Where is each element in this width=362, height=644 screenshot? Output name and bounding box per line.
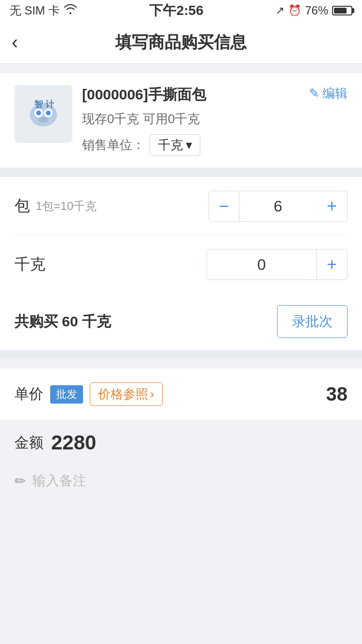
amount-section: 金额 2280 ✏ 输入备注	[0, 420, 362, 498]
pack-stepper: − +	[209, 191, 348, 222]
pack-decrement-button[interactable]: −	[209, 191, 239, 222]
page-title: 填写商品购买信息	[115, 31, 247, 54]
kg-label: 千克	[14, 254, 45, 275]
unit-label: 销售单位：	[82, 137, 145, 154]
separator-1	[0, 168, 362, 177]
price-label: 单价	[14, 384, 43, 404]
amount-label: 金额	[14, 433, 43, 453]
empty-space	[0, 498, 362, 644]
remark-row[interactable]: ✏ 输入备注	[14, 464, 348, 498]
alarm-icon: ⏰	[288, 4, 301, 17]
price-section: 单价 批发 价格参照 › 38	[0, 369, 362, 420]
battery-percent: 76%	[305, 4, 328, 17]
svg-text:智: 智	[34, 99, 43, 109]
separator-2	[0, 350, 362, 359]
amount-value: 2280	[51, 431, 96, 454]
pack-increment-button[interactable]: +	[317, 191, 348, 222]
product-card: 智 计 [0000006]手撕面包 ✎ 编辑 现存0千克 可用0千克 销售单位：…	[0, 73, 362, 168]
price-row: 单价 批发 价格参照 › 38	[14, 382, 348, 406]
kg-input-row: 千克 +	[14, 236, 348, 294]
product-stock: 现存0千克 可用0千克	[82, 111, 348, 127]
edit-button[interactable]: ✎ 编辑	[309, 85, 348, 102]
svg-point-3	[36, 111, 41, 115]
product-thumbnail: 智 计	[14, 85, 72, 143]
back-button[interactable]: ‹	[12, 31, 18, 53]
edit-icon: ✎	[309, 86, 320, 101]
product-unit-row: 销售单位： 千克 ▾	[82, 134, 348, 156]
status-left: 无 SIM 卡	[10, 3, 77, 18]
total-unit: 千克	[82, 313, 111, 329]
svg-point-4	[46, 111, 51, 115]
svg-point-5	[39, 117, 48, 123]
status-right: ↗ ⏰ 76%	[276, 4, 352, 17]
chevron-right-icon: ›	[150, 387, 154, 402]
wifi-icon	[64, 4, 77, 17]
pack-hint: 1包=10千克	[36, 198, 97, 214]
kg-stepper: +	[207, 249, 348, 280]
total-label: 共购买	[14, 313, 58, 329]
edit-label: 编辑	[322, 85, 348, 102]
status-bar: 无 SIM 卡 下午2:56 ↗ ⏰ 76%	[0, 0, 362, 21]
pack-input[interactable]	[239, 191, 317, 222]
chevron-down-icon: ▾	[186, 138, 192, 153]
total-text: 共购买 60 千克	[14, 312, 111, 332]
price-value: 38	[326, 383, 348, 405]
total-amount: 60	[62, 313, 78, 329]
price-ref-label: 价格参照	[98, 386, 148, 403]
total-row: 共购买 60 千克 录批次	[0, 294, 362, 350]
product-name: [0000006]手撕面包	[82, 85, 206, 105]
pack-input-row: 包 1包=10千克 − +	[14, 177, 348, 236]
remark-placeholder: 输入备注	[32, 472, 86, 490]
price-ref-button[interactable]: 价格参照 ›	[90, 382, 163, 406]
nav-bar: ‹ 填写商品购买信息	[0, 21, 362, 64]
batch-button[interactable]: 录批次	[277, 305, 348, 338]
unit-value: 千克	[158, 137, 183, 154]
product-info: [0000006]手撕面包 ✎ 编辑 现存0千克 可用0千克 销售单位： 千克 …	[82, 85, 348, 156]
status-time: 下午2:56	[149, 1, 203, 20]
svg-text:计: 计	[45, 99, 55, 109]
unit-select[interactable]: 千克 ▾	[150, 134, 200, 156]
kg-increment-button[interactable]: +	[317, 249, 348, 280]
input-section: 包 1包=10千克 − + 千克 +	[0, 177, 362, 294]
amount-row: 金额 2280	[14, 431, 348, 454]
pack-label: 包 1包=10千克	[14, 196, 97, 217]
price-tag: 批发	[50, 385, 83, 404]
location-icon: ↗	[276, 4, 284, 17]
carrier-text: 无 SIM 卡	[10, 3, 60, 18]
pencil-icon: ✏	[14, 473, 26, 489]
battery-icon	[332, 6, 352, 15]
kg-input[interactable]	[207, 249, 317, 280]
price-left: 单价 批发 价格参照 ›	[14, 382, 163, 406]
